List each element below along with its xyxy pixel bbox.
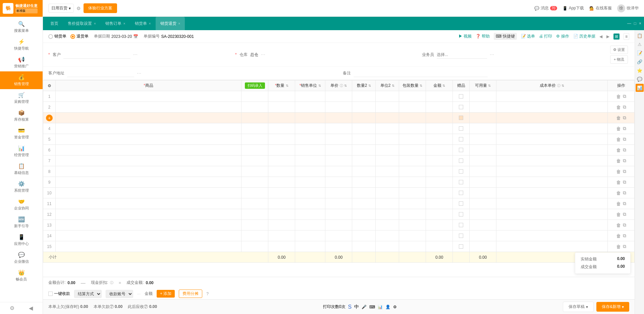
note-input[interactable] (354, 69, 488, 77)
gift-cb-9[interactable] (459, 180, 463, 184)
tab-close-sale-price[interactable]: × (94, 22, 96, 25)
delete-row-14[interactable]: 🗑 (616, 233, 621, 239)
message-btn[interactable]: 💬 消息 70 (534, 5, 557, 11)
gift-cb-15[interactable] (459, 244, 463, 249)
fee-split-btn[interactable]: 费用分摊 (179, 290, 202, 298)
staff-input[interactable] (437, 51, 487, 59)
payment-checkbox[interactable] (48, 292, 53, 296)
copy-row-2[interactable]: ⧉ (623, 104, 626, 110)
operation-btn[interactable]: ⚙ 操作 (556, 34, 569, 39)
available-sort-icon[interactable]: ⇅ (488, 84, 491, 87)
logistics-btn[interactable]: + 物流 (610, 55, 628, 64)
delete-row-9[interactable]: 🗑 (616, 180, 621, 185)
close-window-icon[interactable]: × (639, 21, 641, 26)
copy-row-9[interactable]: ⧉ (623, 179, 626, 185)
tab-sale-price[interactable]: 售价提取设置 × (63, 17, 101, 30)
tab-sale-return[interactable]: 销货退货 × (156, 17, 185, 30)
delete-row-3[interactable]: 🗑 (616, 115, 621, 121)
right-panel-icon-2[interactable]: ⚠ (636, 40, 644, 48)
gift-cb-1[interactable] (459, 94, 463, 99)
gift-cb-11[interactable] (459, 201, 463, 206)
gift-cb-10[interactable] (459, 191, 463, 195)
delete-row-4[interactable]: 🗑 (616, 126, 621, 131)
gift-cb-14[interactable] (459, 234, 463, 238)
customer-input[interactable] (63, 51, 130, 59)
print-btn[interactable]: 🖨 打印 (539, 34, 552, 39)
sidebar-item-guide[interactable]: 🆕 新手引导 (0, 213, 43, 231)
settings-btn[interactable]: ⚙ 设置 (610, 46, 628, 54)
copy-row-1[interactable]: ⧉ (623, 93, 626, 99)
account-select-dots[interactable]: ··· (137, 292, 141, 296)
help-btn[interactable]: ❓ 帮助 (476, 34, 490, 39)
sidebar-item-purchase[interactable]: 🛒 采购管理 (0, 89, 43, 107)
sidebar-item-quick[interactable]: ⚡ 快捷导航 (0, 36, 43, 54)
prev-record-icon[interactable]: ◀ (599, 34, 602, 39)
gift-cb-13[interactable] (459, 223, 463, 227)
sidebar-item-wechat[interactable]: 💬 企业微信 (0, 249, 43, 267)
copy-row-10[interactable]: ⧉ (623, 190, 626, 196)
app-download-btn[interactable]: 📱 App下载 (562, 5, 584, 11)
radio-return[interactable]: 退货单 (70, 34, 89, 39)
user-menu[interactable]: 徐 徐泽华 (617, 4, 639, 12)
grid-view-icon[interactable]: ⊞ (613, 34, 620, 40)
amount-sort-icon[interactable]: ⇅ (442, 84, 445, 87)
copy-row-4[interactable]: ⧉ (623, 126, 626, 131)
warehouse-select-btn[interactable]: ··· (261, 52, 265, 58)
calendar-icon[interactable]: 📅 (133, 34, 138, 39)
tab-close-sale-order[interactable]: × (123, 22, 125, 25)
copy-row-5[interactable]: ⧉ (623, 136, 626, 142)
draft-dropdown-icon[interactable]: ▾ (586, 305, 588, 309)
topbar-gear-icon[interactable]: ⚙ (76, 6, 81, 11)
gift-cb-4[interactable] (459, 126, 463, 131)
delete-row-15[interactable]: 🗑 (616, 244, 621, 249)
next-record-icon[interactable]: ▶ (606, 34, 609, 39)
delete-row-12[interactable]: 🗑 (616, 212, 621, 217)
delete-row-7[interactable]: 🗑 (616, 158, 621, 164)
sidebar-item-finance[interactable]: 💳 资金管理 (0, 125, 43, 142)
right-panel-icon-6[interactable]: 💬 (636, 75, 644, 83)
delete-row-5[interactable]: 🗑 (616, 137, 621, 142)
online-service-btn[interactable]: 💁 在线客服 (589, 5, 612, 11)
sidebar-item-system[interactable]: ⚙️ 系统管理 (0, 178, 43, 196)
copy-row-6[interactable]: ⧉ (623, 147, 626, 153)
gift-cb-3[interactable] (459, 116, 463, 120)
tab-home[interactable]: 首页 (46, 17, 63, 30)
save-draft-btn[interactable]: 保存草稿 ▾ (563, 302, 594, 312)
gift-cb-6[interactable] (459, 148, 463, 152)
copy-row-12[interactable]: ⧉ (623, 211, 626, 217)
shortcut-btn[interactable]: ⌨ 快捷键 (494, 33, 517, 40)
add-row-btn[interactable]: + (46, 115, 53, 121)
right-panel-icon-1[interactable]: 📋 (636, 32, 644, 40)
copy-row-8[interactable]: ⧉ (623, 169, 626, 174)
sidebar-item-operations[interactable]: 📊 经营管理 (0, 142, 43, 160)
delete-row-11[interactable]: 🗑 (616, 201, 621, 206)
product-input-3[interactable] (58, 116, 238, 120)
copy-row-3[interactable]: ⧉ (623, 115, 626, 121)
video-btn[interactable]: ▶ 视频 (459, 34, 472, 39)
maximize-window-icon[interactable]: □ (634, 21, 636, 26)
account-select[interactable]: 收款账号 账号 (106, 290, 133, 298)
delete-row-6[interactable]: 🗑 (616, 147, 621, 153)
sidebar-item-marketing[interactable]: 📢 营销推广 (0, 54, 43, 71)
price-sort-icon[interactable]: ⇅ (344, 84, 347, 87)
history-btn[interactable]: 📄 历史单据 (573, 34, 595, 39)
pack-sort-icon[interactable]: ⇅ (420, 84, 422, 87)
right-panel-icon-5[interactable]: ⭐ (636, 66, 644, 74)
delete-row-8[interactable]: 🗑 (616, 169, 621, 174)
collapse-icon[interactable]: ◀ (29, 305, 33, 311)
tab-close-sale-out[interactable]: × (149, 22, 151, 25)
right-panel-icon-3[interactable]: 📝 (636, 49, 644, 57)
tab-sale-out[interactable]: 销货单 × (130, 17, 156, 30)
delete-row-1[interactable]: 🗑 (616, 94, 621, 99)
address-input[interactable] (67, 69, 134, 77)
sidebar-item-app[interactable]: 📱 应用中心 (0, 231, 43, 249)
copy-row-13[interactable]: ⧉ (623, 222, 626, 228)
gift-cb-12[interactable] (459, 212, 463, 216)
sidebar-item-sales[interactable]: 💰 销售管理 (0, 71, 43, 89)
delete-row-2[interactable]: 🗑 (616, 105, 621, 110)
address-select-btn[interactable]: ··· (137, 70, 141, 76)
staff-select-btn[interactable]: ··· (490, 52, 494, 58)
copy-row-15[interactable]: ⧉ (623, 244, 626, 249)
save-new-btn[interactable]: 保存&新增 ▾ (596, 302, 629, 312)
sidebar-item-basic[interactable]: 📋 基础信息 (0, 160, 43, 178)
